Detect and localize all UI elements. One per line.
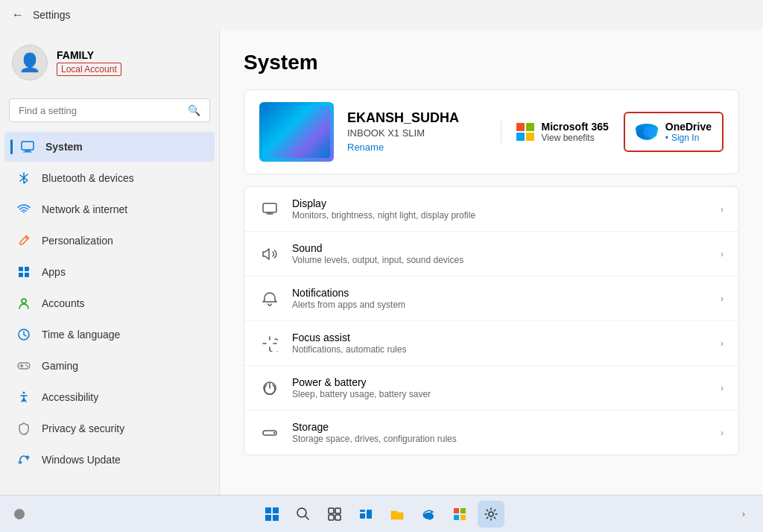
display-title: Display <box>292 197 709 209</box>
settings-item-notifications[interactable]: Notifications Alerts from apps and syste… <box>244 276 738 321</box>
ms365-info: Microsoft 365 View benefits <box>542 121 609 143</box>
accounts-icon <box>16 296 31 311</box>
notifications-icon <box>259 288 280 309</box>
notifications-text: Notifications Alerts from apps and syste… <box>292 287 709 310</box>
onedrive-section[interactable]: OneDrive • Sign In <box>624 112 724 152</box>
settings-item-display[interactable]: Display Monitors, brightness, night ligh… <box>244 187 738 232</box>
settings-item-sound[interactable]: Sound Volume levels, output, input, soun… <box>244 232 738 276</box>
svg-point-10 <box>25 364 27 366</box>
taskbar-overflow[interactable]: › <box>730 501 757 528</box>
onedrive-title: OneDrive <box>665 121 712 133</box>
sidebar-label-privacy: Privacy & security <box>42 422 124 434</box>
sidebar-item-time[interactable]: Time & language <box>4 320 215 349</box>
sidebar-item-accessibility[interactable]: Accessibility <box>4 382 215 412</box>
widgets-button[interactable] <box>352 501 379 528</box>
file-explorer-button[interactable] <box>384 501 411 528</box>
svg-rect-25 <box>273 515 279 521</box>
notifications-desc: Alerts from apps and system <box>292 300 709 310</box>
svg-rect-17 <box>263 203 276 212</box>
sound-chevron: › <box>721 249 724 259</box>
svg-rect-5 <box>19 273 23 277</box>
time-icon <box>16 327 31 342</box>
sidebar-label-update: Windows Update <box>42 454 121 466</box>
power-desc: Sleep, battery usage, battery saver <box>292 389 709 399</box>
content-area: System EKANSH_SUDHA INBOOK X1 SLIM Renam… <box>220 30 763 495</box>
onedrive-signin[interactable]: • Sign In <box>665 133 712 143</box>
svg-rect-36 <box>460 508 466 513</box>
focus-text: Focus assist Notifications, automatic ru… <box>292 332 709 355</box>
settings-item-storage[interactable]: Storage Storage space, drives, configura… <box>244 411 738 455</box>
start-button[interactable] <box>259 501 285 528</box>
notifications-chevron: › <box>721 294 724 304</box>
power-text: Power & battery Sleep, battery usage, ba… <box>292 376 709 399</box>
svg-rect-38 <box>460 515 466 520</box>
system-icon <box>20 139 35 154</box>
sidebar-item-gaming[interactable]: Gaming <box>4 351 215 381</box>
rename-link[interactable]: Rename <box>347 142 384 153</box>
edge-button[interactable] <box>415 501 442 528</box>
settings-list: Display Monitors, brightness, night ligh… <box>244 186 739 455</box>
sidebar-item-accounts[interactable]: Accounts <box>4 288 215 318</box>
svg-rect-23 <box>273 507 279 513</box>
power-icon <box>259 378 280 399</box>
sidebar-item-system[interactable]: System <box>4 132 215 162</box>
sidebar-item-bluetooth[interactable]: Bluetooth & devices <box>4 163 215 193</box>
back-button[interactable]: ← <box>12 8 24 22</box>
sound-icon <box>259 244 280 265</box>
power-chevron: › <box>721 383 724 393</box>
task-view-button[interactable] <box>321 501 348 528</box>
svg-rect-35 <box>454 508 459 513</box>
active-indicator <box>10 139 13 154</box>
sidebar-label-apps: Apps <box>42 266 66 278</box>
sidebar-label-system: System <box>45 141 83 153</box>
search-input[interactable] <box>19 105 182 116</box>
personalization-icon <box>16 233 31 248</box>
sidebar-item-privacy[interactable]: Privacy & security <box>4 414 215 443</box>
store-button[interactable] <box>446 501 473 528</box>
title-bar-title: Settings <box>33 9 71 21</box>
notifications-title: Notifications <box>292 287 709 299</box>
settings-item-focus[interactable]: Focus assist Notifications, automatic ru… <box>244 321 738 366</box>
display-text: Display Monitors, brightness, night ligh… <box>292 197 709 221</box>
svg-point-21 <box>14 509 25 519</box>
user-account-type: Local Account <box>57 63 121 76</box>
sidebar-label-bluetooth: Bluetooth & devices <box>42 172 134 184</box>
apps-icon <box>16 265 31 279</box>
settings-button[interactable] <box>478 501 504 528</box>
sidebar-item-apps[interactable]: Apps <box>4 257 215 287</box>
taskbar-center <box>259 501 504 528</box>
svg-rect-33 <box>367 510 372 519</box>
storage-chevron: › <box>721 428 724 438</box>
svg-rect-22 <box>265 507 271 513</box>
user-profile[interactable]: 👤 FAMILY Local Account <box>0 36 219 92</box>
sidebar-label-accessibility: Accessibility <box>42 391 98 403</box>
search-container: 🔍 <box>0 92 219 131</box>
settings-item-power[interactable]: Power & battery Sleep, battery usage, ba… <box>244 366 738 411</box>
ms365-title: Microsoft 365 <box>542 121 609 133</box>
ms365-icon <box>516 123 534 141</box>
onedrive-info: OneDrive • Sign In <box>665 121 712 143</box>
svg-rect-32 <box>360 513 365 519</box>
svg-point-11 <box>27 366 28 367</box>
bluetooth-icon <box>16 171 31 186</box>
svg-point-20 <box>273 431 275 433</box>
user-info: FAMILY Local Account <box>57 49 121 76</box>
taskbar: › <box>0 495 763 532</box>
sidebar-label-personalization: Personalization <box>42 235 113 247</box>
search-button[interactable] <box>290 501 317 528</box>
sidebar-item-personalization[interactable]: Personalization <box>4 226 215 256</box>
focus-chevron: › <box>721 338 724 349</box>
search-box[interactable]: 🔍 <box>9 98 210 122</box>
page-title: System <box>244 51 739 75</box>
svg-rect-6 <box>25 273 29 277</box>
avatar-icon: 👤 <box>19 52 41 73</box>
sidebar-item-network[interactable]: Network & internet <box>4 194 215 224</box>
svg-point-39 <box>489 512 493 516</box>
storage-text: Storage Storage space, drives, configura… <box>292 421 709 444</box>
svg-rect-3 <box>19 267 23 271</box>
storage-icon <box>259 422 280 443</box>
display-desc: Monitors, brightness, night light, displ… <box>292 210 709 221</box>
svg-point-12 <box>23 392 25 394</box>
gaming-icon <box>16 358 31 373</box>
sidebar-item-update[interactable]: Windows Update <box>4 445 215 475</box>
